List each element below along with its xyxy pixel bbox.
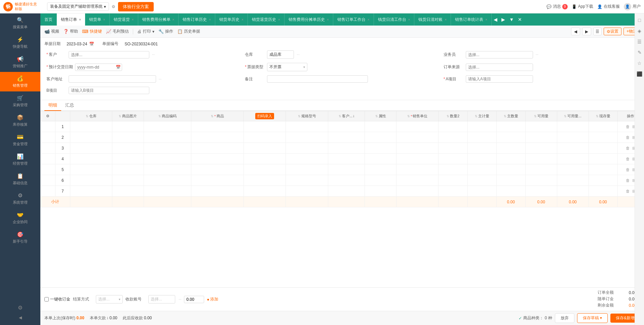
row-cust-3[interactable] [328,143,365,154]
right-icon-2[interactable]: ◈ [636,27,643,35]
profit-btn[interactable]: 📈 毛利预估 [106,29,129,34]
amount-input[interactable] [184,296,204,303]
row-spec-3[interactable] [286,143,328,154]
row-unit-2[interactable] [396,132,439,143]
row-warehouse-5[interactable] [70,164,112,175]
row-main-qty-7[interactable] [496,186,525,197]
tab-close-all-button[interactable]: ✕ [516,17,524,22]
delete-icon-2[interactable]: 🗑 [626,135,630,140]
settings-icon[interactable]: ⚙ [112,4,115,9]
ops-btn[interactable]: 🔧 操作 [158,29,173,34]
sidebar-item-basic[interactable]: 📋 基础信息 [0,169,40,189]
sidebar-item-marketing[interactable]: 📢 营销推广 [0,52,40,72]
row-warehouse-3[interactable] [70,143,112,154]
right-icon-1[interactable]: □ [637,16,642,24]
row-qty2-5[interactable] [439,164,467,175]
row-cust-1[interactable] [328,121,365,132]
sidebar-item-operations[interactable]: 📊 经营管理 [0,150,40,169]
row-spec-5[interactable] [286,164,328,175]
account-select[interactable]: 选择... [148,295,175,303]
address-input[interactable] [69,75,156,83]
row-attr-4[interactable] [365,154,396,164]
user-button[interactable]: 👤 用户 [624,3,641,10]
row-unit-4[interactable] [396,154,439,164]
row-attr-7[interactable] [365,186,396,197]
row-main-qty-5[interactable] [496,164,525,175]
tab-close-icon[interactable]: × [408,18,410,22]
tab-daily-workbench[interactable]: 钱货日清工作台 × [374,13,415,26]
right-icon-5[interactable]: ☆ [636,59,643,67]
tab-next-button[interactable]: ▶ [499,17,507,22]
row-spec-4[interactable] [286,154,328,164]
customer-more-icon[interactable]: ··· [152,53,155,56]
row-product-5[interactable] [191,164,244,175]
tab-sales-history[interactable]: 销货单历史 × [215,13,248,26]
next-record-btn[interactable]: ▶ [582,28,591,35]
tab-close-icon[interactable]: × [103,18,105,22]
row-attr-1[interactable] [365,121,396,132]
system-dropdown[interactable]: 装备及固定资产辅助管理系统 ▾ [47,2,109,11]
calendar-icon[interactable]: 📅 [89,42,94,46]
sidebar-item-inventory[interactable]: 📦 库存核算 [0,111,40,130]
sub-tab-summary[interactable]: 汇总 [61,100,78,111]
row-product-3[interactable] [191,143,244,154]
row-attr-2[interactable] [365,132,396,143]
row-warehouse-1[interactable] [70,121,112,132]
scan-button[interactable]: 扫码录入 [255,113,274,119]
table-wrapper[interactable]: ⚙ ⇅仓库 ⇅商品图片 ⇅商品编码 ⇅*商品 [40,111,644,287]
row-qty2-7[interactable] [439,186,467,197]
row-code-4[interactable] [144,154,191,164]
row-product-2[interactable] [191,132,244,143]
th-main-unit[interactable]: ⇅主计量 [467,111,496,121]
th-main-qty[interactable]: ⇅主数量 [496,111,525,121]
staff-input[interactable] [466,51,533,58]
tab-close-icon[interactable]: × [327,18,329,22]
staff-more-icon[interactable]: ··· [536,53,538,56]
row-attr-3[interactable] [365,143,396,154]
th-qty2[interactable]: ⇅数量2 [439,111,467,121]
delivery-input[interactable] [75,64,122,71]
b-project-input[interactable] [69,87,149,94]
order-source-input[interactable] [466,64,533,71]
tab-sales[interactable]: 销货单 × [85,13,110,26]
row-unit-3[interactable] [396,143,439,154]
sidebar-item-newbie[interactable]: 🎯 新手引导 [0,228,40,247]
tab-close-icon[interactable]: × [79,18,81,22]
row-qty2-6[interactable] [439,175,467,186]
row-cust-5[interactable] [328,164,365,175]
settings-bottom-icon[interactable]: ⚙ [18,304,23,311]
tab-expense[interactable]: 销售费用分摊单 × [138,13,179,26]
row-main-qty-6[interactable] [496,175,525,186]
row-product-1[interactable] [191,121,244,132]
delete-icon-5[interactable]: 🗑 [626,167,630,172]
sidebar-item-sales[interactable]: 💰 销售管理 [0,72,40,91]
tab-home[interactable]: 首页 [40,13,57,26]
account-more-icon[interactable]: ··· [179,297,181,301]
sidebar-item-enterprise[interactable]: 🤝 企业协同 [0,208,40,228]
quickpay-checkbox[interactable]: 一键收订金 [44,296,70,302]
shortcut-btn[interactable]: ⌨ 快捷键 [82,29,102,34]
row-unit-7[interactable] [396,186,439,197]
row-spec-6[interactable] [286,175,328,186]
th-stock[interactable]: ⇅现存量 [589,111,617,121]
tab-statistics[interactable]: 销售订单统计表 × [451,13,492,26]
row-warehouse-7[interactable] [70,186,112,197]
row-attr-6[interactable] [365,175,396,186]
warehouse-more-icon[interactable]: ··· [297,53,299,56]
customer-input[interactable] [69,51,149,58]
tab-expense-history[interactable]: 销售费用分摊单历史 × [285,13,333,26]
row-code-3[interactable] [144,143,191,154]
collapse-button[interactable]: ◀ [17,314,24,322]
row-qty2-3[interactable] [439,143,467,154]
delivery-calendar-icon[interactable]: 📅 [116,65,121,70]
row-unit-1[interactable] [396,121,439,132]
tab-close-icon[interactable]: × [485,18,487,22]
row-product-7[interactable] [191,186,244,197]
row-code-6[interactable] [144,175,191,186]
a-project-input[interactable] [466,75,533,83]
right-icon-3[interactable]: ☰ [636,38,643,46]
row-warehouse-2[interactable] [70,132,112,143]
row-product-4[interactable] [191,154,244,164]
delete-icon-3[interactable]: 🗑 [626,146,630,151]
tab-order-history[interactable]: 销售订单历史 × [179,13,215,26]
